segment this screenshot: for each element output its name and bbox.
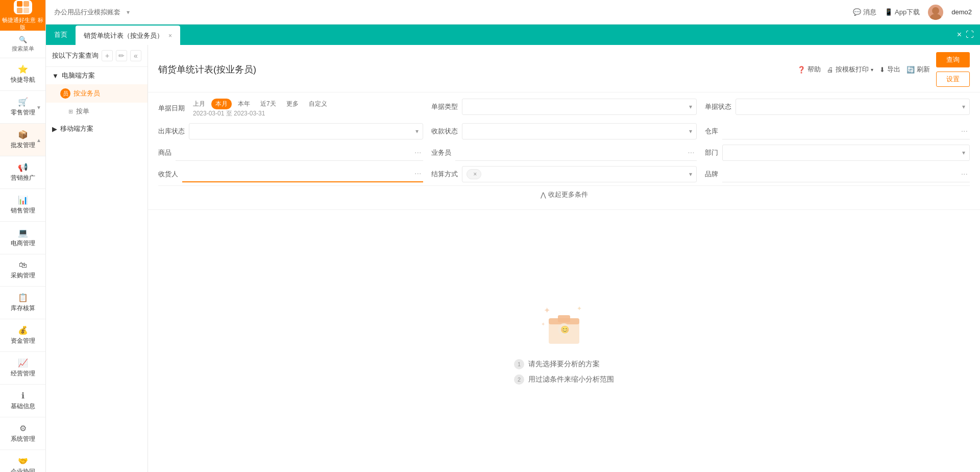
msg-label: 消息 xyxy=(863,8,876,17)
msg-icon: 💬 xyxy=(853,8,861,16)
step-2-text: 用过滤条件来缩小分析范围 xyxy=(528,375,614,384)
staff-dots[interactable]: ··· xyxy=(688,148,694,157)
sidebar-item-system[interactable]: ⚙ 系统管理 xyxy=(0,417,45,450)
settings-button[interactable]: 设置 xyxy=(936,72,970,87)
retail-label: 零售管理 xyxy=(11,108,35,117)
staff-field: 业务员 ··· xyxy=(431,145,696,161)
tab-close-window-btn[interactable]: × xyxy=(957,30,962,39)
desktop-scheme-header[interactable]: ▼ 电脑端方案 xyxy=(46,67,148,84)
collapse-filters-btn[interactable]: ⋀ 收起更多条件 xyxy=(158,185,970,203)
order-scheme-label: 按单 xyxy=(76,107,89,116)
dept-dropdown-icon: ▾ xyxy=(962,149,965,156)
sidebar-item-wholesale[interactable]: 📦 批发管理 ▲ xyxy=(0,124,45,156)
date-tab-more[interactable]: 更多 xyxy=(282,99,303,109)
filter-area: 单据日期 上月 本月 本年 近7天 更多 自定义 2023-03-01 至 20… xyxy=(148,92,980,210)
edit-scheme-btn[interactable]: ✏ xyxy=(116,50,127,61)
sidebar-item-basic-info[interactable]: ℹ 基础信息 xyxy=(0,385,45,417)
logo-area[interactable]: 畅捷通好生意 标版 xyxy=(0,0,45,31)
payment-method-select[interactable]: × ▾ xyxy=(462,166,696,182)
sidebar-item-finance[interactable]: 💰 资金管理 xyxy=(0,319,45,352)
sidebar-item-retail[interactable]: 🛒 零售管理 ▼ xyxy=(0,91,45,124)
filter-row-1: 单据日期 上月 本月 本年 近7天 更多 自定义 2023-03-01 至 20… xyxy=(158,99,970,118)
brand-dots[interactable]: ··· xyxy=(961,170,968,179)
doc-type-select[interactable]: ▾ xyxy=(462,99,696,115)
marketing-icon: 📢 xyxy=(18,162,28,172)
search-icon: 🔍 xyxy=(19,36,27,43)
order-scheme-icon: ⊞ xyxy=(68,108,73,115)
help-label: 帮助 xyxy=(807,65,821,74)
sidebar-item-sales[interactable]: 📊 销售管理 xyxy=(0,189,45,222)
finance-icon: 💰 xyxy=(18,325,28,335)
tab-expand-btn[interactable]: ⛶ xyxy=(966,30,974,39)
tab-home[interactable]: 首页 xyxy=(46,25,76,45)
payment-tag-close[interactable]: × xyxy=(473,171,477,178)
date-range-text: 2023-03-01 至 2023-03-31 xyxy=(193,109,423,118)
mobile-scheme-arrow: ▶ xyxy=(52,125,57,133)
desktop-scheme-group: ▼ 电脑端方案 员 按业务员 ⊞ 按单 xyxy=(46,67,148,120)
sidebar-item-purchase[interactable]: 🛍 采购管理 xyxy=(0,254,45,287)
empty-illustration: 😊 ✦ ✦ ✦ xyxy=(538,298,590,349)
date-tab-this-month[interactable]: 本月 xyxy=(211,99,232,109)
sidebar-item-operation[interactable]: 📈 经营管理 xyxy=(0,352,45,385)
out-status-select[interactable]: ▾ xyxy=(189,123,423,139)
help-action[interactable]: ❓ 帮助 xyxy=(797,65,821,74)
sidebar-search-item[interactable]: 🔍 搜索菜单 xyxy=(0,31,45,58)
goods-dots[interactable]: ··· xyxy=(414,148,421,157)
date-tab-custom[interactable]: 自定义 xyxy=(305,99,331,109)
date-tab-7days[interactable]: 近7天 xyxy=(256,99,280,109)
query-button[interactable]: 查询 xyxy=(936,52,970,67)
sidebar-item-corp-collab[interactable]: 🤝 企业协同 xyxy=(0,450,45,472)
empty-step-1: 1 请先选择要分析的方案 xyxy=(514,359,614,369)
topbar-dropdown-icon[interactable]: ▾ xyxy=(127,9,130,16)
receipt-status-dropdown-icon: ▾ xyxy=(689,128,692,135)
sidebar-item-marketing[interactable]: 📢 营销推广 xyxy=(0,156,45,189)
brand-label: 品牌 xyxy=(705,170,718,179)
staff-scheme-label: 按业务员 xyxy=(74,89,100,98)
warehouse-dots[interactable]: ··· xyxy=(961,127,968,136)
sidebar: 畅捷通好生意 标版 🔍 搜索菜单 ⭐ 快捷导航 🛒 零售管理 ▼ 📦 批发管理 … xyxy=(0,0,46,472)
collapse-panel-btn[interactable]: « xyxy=(130,50,141,61)
app-download-icon: 📱 xyxy=(885,8,893,16)
add-scheme-btn[interactable]: + xyxy=(102,50,113,61)
username-label[interactable]: demo2 xyxy=(951,8,972,16)
date-tab-this-year[interactable]: 本年 xyxy=(234,99,254,109)
query-settings-btns: 查询 设置 xyxy=(936,52,970,87)
marketing-label: 营销推广 xyxy=(11,174,35,182)
svg-text:✦: ✦ xyxy=(544,306,550,315)
sidebar-item-quick-nav[interactable]: ⭐ 快捷导航 xyxy=(0,58,45,91)
ecommerce-icon: 💻 xyxy=(18,228,28,238)
inventory-icon: 📋 xyxy=(18,293,28,302)
sidebar-item-ecommerce[interactable]: 💻 电商管理 xyxy=(0,222,45,254)
search-label: 搜索菜单 xyxy=(12,45,34,53)
consignee-field: 收货人 ··· xyxy=(158,166,423,182)
scheme-item-by-order[interactable]: ⊞ 按单 xyxy=(46,103,148,120)
sidebar-item-inventory[interactable]: 📋 库存核算 xyxy=(0,287,45,319)
scheme-item-by-staff[interactable]: 员 按业务员 xyxy=(46,84,148,103)
topbar-app-download[interactable]: 📱 App下载 xyxy=(885,8,920,17)
topbar-message[interactable]: 💬 消息 xyxy=(853,8,876,17)
print-action[interactable]: 🖨 按模板打印 ▾ xyxy=(827,65,873,74)
tab-sales-stats[interactable]: 销货单统计表（按业务员） × xyxy=(76,26,180,46)
date-tab-last-month[interactable]: 上月 xyxy=(189,99,209,109)
print-dropdown-icon: ▾ xyxy=(871,67,873,73)
user-avatar[interactable] xyxy=(928,5,943,20)
out-status-field: 出库状态 ▾ xyxy=(158,123,423,139)
empty-state: 😊 ✦ ✦ ✦ 1 请先选择要分析的方案 2 用过滤条件来缩小分析范围 xyxy=(148,210,980,472)
svg-text:😊: 😊 xyxy=(560,325,570,334)
dept-field: 部门 ▾ xyxy=(705,145,970,161)
refresh-action[interactable]: 🔄 刷新 xyxy=(906,65,930,74)
export-icon: ⬇ xyxy=(879,66,885,74)
inventory-label: 库存核算 xyxy=(11,304,35,313)
tab-close-icon[interactable]: × xyxy=(168,32,172,39)
step-2-num: 2 xyxy=(514,374,524,385)
receipt-status-select[interactable]: ▾ xyxy=(462,123,696,139)
print-label: 按模板打印 xyxy=(836,65,869,74)
doc-status-select[interactable]: ▾ xyxy=(736,99,970,115)
export-action[interactable]: ⬇ 导出 xyxy=(879,65,900,74)
consignee-dots[interactable]: ··· xyxy=(414,169,421,178)
empty-step-2: 2 用过滤条件来缩小分析范围 xyxy=(514,374,614,385)
operation-icon: 📈 xyxy=(18,358,28,368)
dept-select[interactable]: ▾ xyxy=(722,145,970,161)
date-label: 单据日期 xyxy=(158,104,185,113)
mobile-scheme-group[interactable]: ▶ 移动端方案 xyxy=(46,120,148,137)
